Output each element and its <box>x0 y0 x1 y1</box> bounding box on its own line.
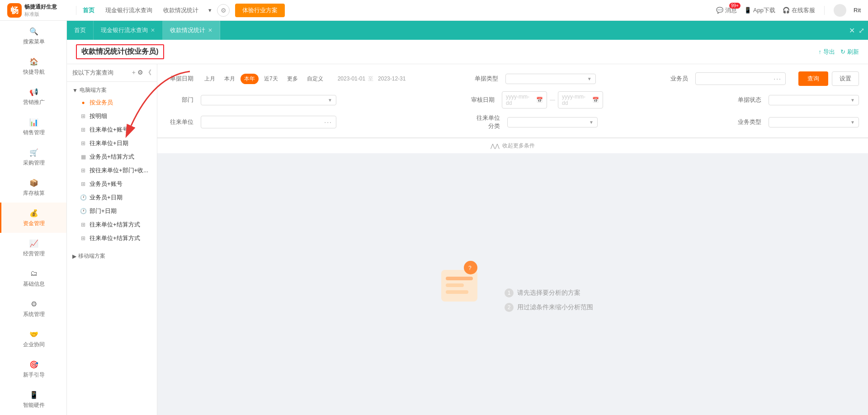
tab-bar-right: ✕ ⤢ <box>845 21 868 40</box>
settings-icon[interactable]: ⚙ <box>217 4 230 17</box>
scheme-gear-btn[interactable]: ⚙ <box>137 69 143 77</box>
shortcut-this-month[interactable]: 本月 <box>221 74 239 84</box>
app-download-item[interactable]: 📱 App下载 <box>744 6 775 14</box>
sidebar-item-finance[interactable]: 💰 资金管理 <box>0 203 66 233</box>
select-partner-category[interactable]: ▼ <box>507 117 598 127</box>
sidebar-item-guide[interactable]: 🎯 新手引导 <box>0 354 66 384</box>
export-button[interactable]: ↑ 导出 <box>819 48 835 56</box>
svg-text:?: ? <box>468 265 472 271</box>
chevron-bill-status: ▼ <box>850 98 855 103</box>
shortcut-last-month[interactable]: 上月 <box>201 74 219 84</box>
user-avatar[interactable] <box>834 4 846 17</box>
sidebar-item-operation[interactable]: 📈 经营管理 <box>0 233 66 263</box>
chevron-right-icon: ▶ <box>72 253 76 259</box>
scheme-add-btn[interactable]: + <box>132 69 136 77</box>
audit-date-start[interactable]: yyyy-mm-dd 📅 <box>502 91 547 108</box>
scheme-item-dept-date[interactable]: 🕐 部门+日期 <box>67 204 157 218</box>
sidebar-item-search[interactable]: 🔍 搜索菜单 <box>0 21 66 51</box>
collapse-bar[interactable]: ⋀⋀ 收起更多条件 <box>157 138 868 153</box>
message-item[interactable]: 💬 消息 99+ <box>716 6 737 14</box>
top-bar-divider <box>76 6 76 15</box>
tab-bar: 首页 现金银行流水查询 ✕ 收款情况统计 ✕ ✕ ⤢ <box>67 21 868 40</box>
scheme-icon-grid3: ⊞ <box>80 140 87 147</box>
scheme-item-by-salesman[interactable]: ● 按业务员 <box>67 96 157 109</box>
scheme-item-detail[interactable]: ⊞ 按明细 <box>67 109 157 123</box>
tab-close-bank[interactable]: ✕ <box>151 27 155 33</box>
audit-date-range: yyyy-mm-dd 📅 — yyyy-mm-dd 📅 <box>502 91 603 108</box>
tab-minimize-icon[interactable]: ✕ <box>849 26 855 35</box>
sidebar-item-purchase[interactable]: 🛒 采购管理 <box>0 142 66 172</box>
nav-dropdown[interactable]: ▾ <box>205 5 215 15</box>
sidebar-item-marketing[interactable]: 📢 营销推广 <box>0 81 66 112</box>
scheme-header: 按以下方案查询 + ⚙ 《 <box>67 64 157 82</box>
label-partner-category: 往来单位分类 <box>473 114 500 130</box>
select-biz-type[interactable]: ▼ <box>769 117 859 127</box>
nav-item-collection[interactable]: 收款情况统计 <box>159 5 203 16</box>
sidebar-item-system[interactable]: ⚙ 系统管理 <box>0 293 66 324</box>
scheme-item-partner-settle2[interactable]: ⊞ 往来单位+结算方式 <box>67 231 157 245</box>
content-area: 首页 现金银行流水查询 ✕ 收款情况统计 ✕ ✕ ⤢ 收款情况统计(按业务员) <box>67 21 868 415</box>
app-download-icon: 📱 <box>744 7 751 14</box>
marketing-icon: 📢 <box>29 87 39 97</box>
ellipsis-partner[interactable]: ··· <box>324 118 332 126</box>
operation-icon: 📈 <box>29 238 39 248</box>
sidebar-item-shortcuts[interactable]: 🏠 快捷导航 <box>0 51 66 81</box>
empty-illustration: ? <box>432 256 486 312</box>
sidebar-item-sales[interactable]: 📊 销售管理 <box>0 112 66 142</box>
nav-item-home[interactable]: 首页 <box>78 5 99 16</box>
tab-close-collection[interactable]: ✕ <box>208 27 212 33</box>
scheme-item-salesman-payment[interactable]: ▦ 业务员+结算方式 <box>67 150 157 164</box>
calendar-icon: 📅 <box>536 97 543 103</box>
shortcut-this-year[interactable]: 本年 <box>241 74 259 84</box>
scheme-icon-active: ● <box>80 99 87 106</box>
scheme-item-salesman-account[interactable]: ⊞ 业务员+账号 <box>67 177 157 191</box>
scheme-group-mobile-title[interactable]: ▶ 移动端方案 <box>67 250 157 262</box>
online-service-item[interactable]: 🎧 在线客服 <box>783 6 815 14</box>
sidebar-item-basic-info[interactable]: 🗂 基础信息 <box>0 263 66 293</box>
shortcut-7days[interactable]: 近7天 <box>260 74 282 84</box>
scheme-item-partner-dept[interactable]: ⊞ 按往来单位+部门+收... <box>67 164 157 177</box>
refresh-button[interactable]: ↻ 刷新 <box>840 48 859 56</box>
sidebar-item-enterprise[interactable]: 🤝 企业协同 <box>0 324 66 354</box>
label-partner: 往来单位 <box>166 118 193 126</box>
select-partner[interactable]: ··· <box>201 116 336 128</box>
export-icon: ↑ <box>819 48 822 55</box>
logo-icon: 畅 <box>7 3 22 18</box>
scheme-group-mobile: ▶ 移动端方案 <box>67 248 157 264</box>
hint-1: 1 请先选择要分析的方案 <box>505 288 580 297</box>
scheme-group-desktop-title[interactable]: ▼ 电脑端方案 <box>67 85 157 96</box>
tab-maximize-icon[interactable]: ⤢ <box>859 26 864 35</box>
sidebar-item-hardware[interactable]: 📱 智能硬件 <box>0 384 66 415</box>
audit-date-end[interactable]: yyyy-mm-dd 📅 <box>558 91 603 108</box>
scheme-item-partner-date[interactable]: ⊞ 往来单位+日期 <box>67 137 157 150</box>
shortcut-more[interactable]: 更多 <box>283 74 302 84</box>
scheme-item-partner-account[interactable]: ⊞ 往来单位+账号 <box>67 123 157 137</box>
ellipsis-salesman[interactable]: ··· <box>774 75 782 82</box>
scheme-item-salesman-date[interactable]: 🕐 业务员+日期 <box>67 191 157 204</box>
body-area: 按以下方案查询 + ⚙ 《 ▼ 电脑端方案 <box>67 64 868 415</box>
scheme-item-partner-settle1[interactable]: ⊞ 往来单位+结算方式 <box>67 218 157 231</box>
label-salesman: 业务员 <box>661 75 688 83</box>
select-bill-status[interactable]: ▼ <box>769 95 859 105</box>
tab-collection[interactable]: 收款情况统计 ✕ <box>163 21 220 40</box>
set-button[interactable]: 设置 <box>832 71 859 86</box>
logo-text: 畅捷通好生意 标准版 <box>24 3 57 18</box>
sidebar: 🔍 搜索菜单 🏠 快捷导航 📢 营销推广 📊 销售管理 🛒 采购管理 📦 库存核… <box>0 21 67 415</box>
date-shortcuts: 上月 本月 本年 近7天 更多 自定义 <box>201 74 327 84</box>
nav-item-bank[interactable]: 现金银行流水查询 <box>101 5 157 16</box>
tab-home[interactable]: 首页 <box>67 21 94 40</box>
scheme-collapse-btn[interactable]: 《 <box>145 69 151 77</box>
svg-rect-1 <box>446 277 473 280</box>
sidebar-item-inventory[interactable]: 📦 库存核算 <box>0 172 66 203</box>
select-bill-type[interactable]: ▼ <box>505 74 596 84</box>
select-dept[interactable]: ▼ <box>201 95 336 105</box>
label-bill-date: 单据日期 <box>166 75 193 83</box>
shortcut-custom[interactable]: 自定义 <box>303 74 327 84</box>
query-button[interactable]: 查询 <box>798 71 828 86</box>
home-icon: 🏠 <box>29 57 39 66</box>
label-audit-date: 审核日期 <box>467 96 495 104</box>
trial-button[interactable]: 体验行业方案 <box>235 4 285 17</box>
tab-bank-flow[interactable]: 现金银行流水查询 ✕ <box>94 21 163 40</box>
select-salesman[interactable]: ··· <box>695 72 786 85</box>
system-icon: ⚙ <box>29 299 39 309</box>
